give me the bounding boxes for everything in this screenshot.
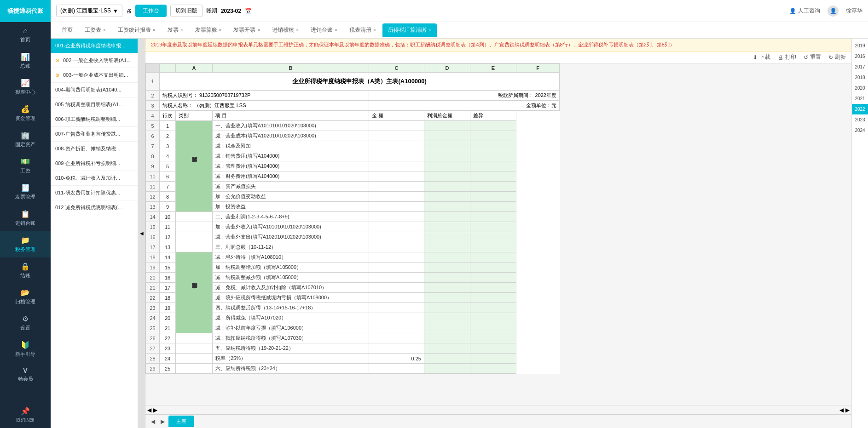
cell-jine[interactable] [369,252,424,263]
sheet-tab-next[interactable]: ▶ [159,417,167,426]
sheet-tab-main[interactable]: 主表 [168,416,194,427]
sidebar-item-salary[interactable]: 💵 工资 [0,153,51,179]
cell-xiangmu[interactable]: 减：纳税调整减少额（填写A105000） [213,273,369,283]
support-btn[interactable]: 👤 人工咨询 [789,7,820,15]
close-tab-icon[interactable]: × [296,28,299,33]
timeline-2022[interactable]: 2022 [852,104,868,114]
cell-jine[interactable] [369,222,424,232]
cell-lirun[interactable] [424,212,470,222]
cell-lirun[interactable] [424,283,470,293]
form-list-item-001[interactable]: 001-企业所得税年度纳税申报... [51,39,138,53]
cell-xiangmu[interactable]: 三、利润总额（10-11-12） [213,242,369,252]
cell-chayi[interactable] [470,354,516,364]
close-tab-icon[interactable]: × [257,28,260,33]
sidebar-item-purchase[interactable]: 📋 进销台账 [0,205,51,231]
sidebar-item-settings[interactable]: ⚙ 设置 [0,310,51,336]
cell-jine[interactable] [369,182,424,192]
reset-button[interactable]: ↺ 重置 [804,53,821,61]
tab-salary-stats[interactable]: 工资统计报表 × [112,23,161,37]
cell-chayi[interactable] [470,293,516,303]
cell-lirun[interactable] [424,273,470,283]
cell-lirun[interactable] [424,202,470,212]
timeline-2019[interactable]: 2019 [852,40,868,51]
cell-jine[interactable] [369,151,424,161]
cell-chayi[interactable] [470,333,516,343]
close-tab-icon[interactable]: × [219,28,222,33]
cell-xiangmu[interactable]: 加：纳税调整增加额（填写A105000） [213,263,369,273]
cell-chayi[interactable] [470,192,516,202]
cell-lirun[interactable] [424,151,470,161]
form-list-item-006[interactable]: 006-职工薪酬纳税调整明细... [51,112,138,127]
form-list-item-007[interactable]: 007-广告费和业务宣传费跌... [51,127,138,142]
tab-home[interactable]: 首页 [56,23,78,37]
tab-invoice[interactable]: 发票 × [162,23,189,37]
sidebar-item-archive[interactable]: 📂 归档管理 [0,284,51,310]
cell-lirun[interactable] [424,242,470,252]
cell-lirun[interactable] [424,222,470,232]
cell-xiangmu[interactable]: 一、营业收入(填写A101010\101020\103000) [213,121,369,131]
cell-lirun[interactable] [424,364,470,374]
cell-chayi[interactable] [470,121,516,131]
sheet-tab-prev[interactable]: ◀ [149,417,157,426]
bottom-scrollbar[interactable]: ◀ ▶ ◀ ▶ [145,405,851,414]
cell-jine[interactable] [369,212,424,222]
cell-xiangmu[interactable]: 加：公允价值变动收益 [213,192,369,202]
cell-chayi[interactable] [470,364,516,374]
cell-xiangmu[interactable]: 减：销售费用(填写A104000) [213,151,369,161]
cell-lirun[interactable] [424,182,470,192]
cell-xiangmu[interactable]: 减：税金及附加 [213,141,369,151]
print-icon[interactable]: 🖨 [126,8,132,14]
cell-jine[interactable] [369,364,424,374]
cell-jine[interactable] [369,313,424,323]
cell-jine[interactable] [369,323,424,333]
sidebar-item-invoice[interactable]: 🧾 发票管理 [0,179,51,205]
cell-xiangmu[interactable]: 六、应纳所得税额（23×24） [213,364,369,374]
close-tab-icon[interactable]: × [428,28,431,33]
form-list-item-011[interactable]: 011-研发费用加计扣除优惠... [51,186,138,200]
cell-lirun[interactable] [424,171,470,182]
workspace-button[interactable]: 工作台 [135,5,167,17]
tab-invoice-open[interactable]: 发票开票 × [228,23,266,37]
cell-lirun[interactable] [424,333,470,343]
refresh-button[interactable]: ↻ 刷新 [828,53,846,61]
form-list-item-002[interactable]: 002-一般企业收入明细表(A1... [51,53,138,68]
form-list-item-004[interactable]: 004-期间费用明细表(A1040... [51,83,138,97]
cell-jine[interactable] [369,121,424,131]
scroll-area-right-icon[interactable]: ▶ [845,407,850,413]
cell-jine[interactable] [369,293,424,303]
cell-lirun[interactable] [424,303,470,313]
cell-lirun[interactable] [424,343,470,354]
cell-jine[interactable] [369,273,424,283]
cell-xiangmu[interactable]: 减：境外所得（填写A108010） [213,252,369,263]
tab-purchase-check[interactable]: 进销稽核 × [266,23,304,37]
cell-xiangmu[interactable]: 减：营业成本(填写A102010\102020\103000) [213,131,369,141]
form-list-item-010[interactable]: 010-免税、减计收入及加计... [51,171,138,186]
cell-xiangmu[interactable]: 减：财务费用(填写A104000) [213,171,369,182]
cell-chayi[interactable] [470,141,516,151]
cell-xiangmu[interactable]: 减：境外应税所得税抵减境内亏损（填写A108000） [213,293,369,303]
cell-xiangmu[interactable]: 减：抵扣应纳税所得额（填写A107030） [213,333,369,343]
cell-chayi[interactable] [470,323,516,333]
cell-chayi[interactable] [470,343,516,354]
cell-chayi[interactable] [470,313,516,323]
cell-xiangmu[interactable]: 减：所得减免（填写A107020） [213,313,369,323]
timeline-2016[interactable]: 2016 [852,51,868,62]
cell-chayi[interactable] [470,242,516,252]
cell-xiangmu[interactable]: 减：营业外支出(填写A102010\102020\103000) [213,232,369,242]
print-button[interactable]: 🖨 打印 [778,53,796,61]
scroll-right-icon[interactable]: ▶ [153,407,157,413]
sidebar-item-tax[interactable]: 📁 税务管理 [0,231,51,257]
cell-chayi[interactable] [470,161,516,171]
sidebar-item-asset[interactable]: 🏢 固定资产 [0,126,51,153]
cell-lirun[interactable] [424,354,470,364]
close-tab-icon[interactable]: × [335,28,337,33]
scroll-area-icon[interactable]: ◀ [839,407,844,413]
sidebar-unpin[interactable]: 📌 取消固定 [0,402,51,428]
timeline-2021[interactable]: 2021 [852,93,868,104]
cell-xiangmu[interactable]: 减：弥补以前年度亏损（填写A106000） [213,323,369,333]
sidebar-item-guide[interactable]: 🔰 新手引导 [0,336,51,362]
cell-jine[interactable] [369,303,424,313]
cell-xiangmu[interactable]: 税率（25%） [213,354,369,364]
cell-xiangmu[interactable]: 二、营业利润(1-2-3-4-5-6-7-8+9) [213,212,369,222]
timeline-2020[interactable]: 2020 [852,83,868,93]
